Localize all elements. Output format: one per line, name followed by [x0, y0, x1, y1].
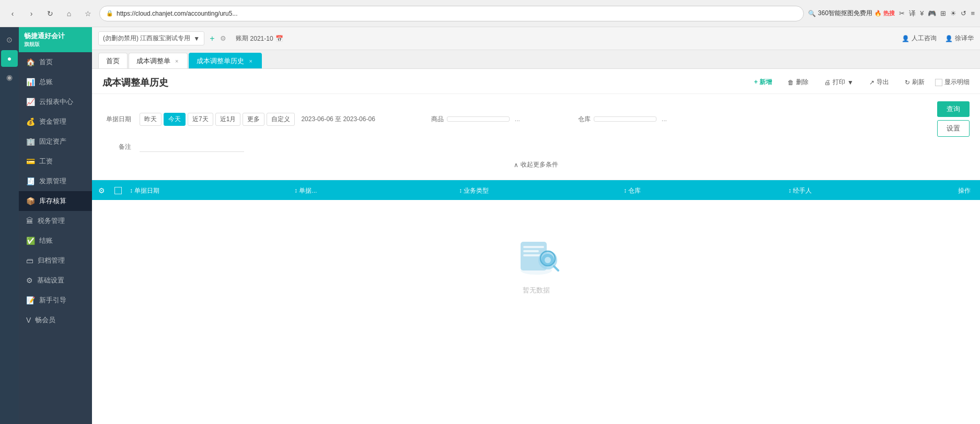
date-btn-yesterday[interactable]: 昨天 — [140, 113, 162, 126]
sidebar-item-closing[interactable]: ✅ 结账 — [19, 231, 92, 251]
th-warehouse[interactable]: ↕ 仓库 — [619, 186, 784, 195]
th-date[interactable]: ↕ 单据日期 — [125, 186, 290, 195]
address-url: https://cloud.chanjet.com/accounting/uru… — [117, 10, 237, 17]
undo-icon: ↺ — [961, 9, 966, 17]
refresh-button[interactable]: ↻ 刷新 — [900, 75, 930, 89]
table-container: ⚙ ↕ 单据日期 ↕ 单据... ↕ 业务类型 ↕ 仓库 — [92, 180, 980, 326]
date-btn-custom[interactable]: 自定义 — [267, 113, 295, 126]
assets-icon: 🏢 — [26, 137, 35, 146]
main-content: (勿删勿禁用) 江西服宝测试专用 ▼ + ⚙ 账期 2021-10 📅 👤 人工… — [92, 27, 980, 424]
sidebar-label-guide: 新手引导 — [39, 296, 66, 305]
home-icon: 🏠 — [26, 58, 35, 66]
sidebar-item-settings[interactable]: ⚙ 基础设置 — [19, 270, 92, 290]
export-button[interactable]: ↗ 导出 — [864, 75, 894, 89]
th-docno-label: ↕ 单据... — [294, 186, 317, 195]
scissors-icon: ✂ — [899, 9, 905, 17]
svg-line-8 — [554, 266, 558, 270]
tab-cost-adjustment-close[interactable]: × — [174, 57, 180, 65]
delete-button[interactable]: 🗑 删除 — [782, 75, 814, 89]
sidebar-label-tax: 税务管理 — [38, 216, 65, 226]
reports-icon: 📈 — [26, 98, 35, 106]
date-btn-today[interactable]: 今天 — [164, 113, 186, 126]
date-range: 2023-06-06 至 2023-06-06 — [301, 115, 375, 124]
empty-state: 暂无数据 — [92, 200, 980, 326]
th-business-type[interactable]: ↕ 业务类型 — [455, 186, 619, 195]
forward-button[interactable]: › — [24, 6, 39, 21]
select-all-checkbox[interactable] — [114, 187, 122, 194]
collapse-arrow-icon: ∧ — [514, 161, 518, 169]
guide-icon: 📝 — [26, 296, 35, 304]
period-label: 账期 — [236, 34, 248, 43]
search-icon: 🔍 — [808, 10, 816, 17]
user-profile-button[interactable]: 👤 徐译华 — [945, 34, 974, 43]
delete-label: 删除 — [796, 78, 809, 87]
tab-home[interactable]: 首页 — [98, 53, 128, 68]
svg-rect-4 — [523, 254, 541, 256]
sidebar-item-funds[interactable]: 💰 资金管理 — [19, 112, 92, 132]
sidebar-item-tax[interactable]: 🏛 税务管理 — [19, 211, 92, 231]
new-button[interactable]: + 新增 — [749, 75, 777, 89]
company-selector[interactable]: (勿删勿禁用) 江西服宝测试专用 ▼ — [98, 31, 204, 45]
top-bar-right: 👤 人工咨询 👤 徐译华 — [902, 34, 974, 43]
sidebar-item-invoice[interactable]: 🧾 发票管理 — [19, 171, 92, 191]
query-settings-area: 查询 设置 — [937, 101, 970, 137]
company-dropdown-icon: ▼ — [193, 35, 200, 42]
goods-select[interactable] — [447, 116, 510, 122]
translate-icon: 译 — [909, 9, 916, 18]
tab-cost-adjustment[interactable]: 成本调整单 × — [129, 53, 188, 68]
sidebar-item-home[interactable]: 🏠 首页 — [19, 52, 92, 72]
query-button[interactable]: 查询 — [937, 101, 970, 117]
sidebar-item-salary[interactable]: 💳 工资 — [19, 151, 92, 171]
warehouse-ellipsis[interactable]: ... — [660, 115, 669, 123]
back-button[interactable]: ‹ — [5, 6, 20, 21]
date-buttons: 昨天 今天 近7天 近1月 更多 自定义 2023-06-06 至 2023-0… — [140, 113, 375, 126]
show-cols-checkbox[interactable] — [935, 79, 942, 86]
goods-filter-group: 商品 ... — [415, 115, 522, 124]
date-btn-1month[interactable]: 近1月 — [215, 113, 241, 126]
iconbar-item3[interactable]: ◉ — [1, 69, 18, 86]
sidebar-item-archive[interactable]: 🗃 归档管理 — [19, 251, 92, 270]
goods-ellipsis[interactable]: ... — [513, 115, 522, 123]
print-button[interactable]: 🖨 打印 ▼ — [819, 75, 859, 89]
calendar-icon[interactable]: 📅 — [275, 35, 283, 42]
salary-icon: 💳 — [26, 157, 35, 166]
filter-settings-button[interactable]: 设置 — [937, 120, 970, 137]
collapse-button[interactable]: ∧ 收起更多条件 — [102, 157, 970, 172]
warehouse-select[interactable] — [594, 116, 656, 122]
tab-cost-history-close[interactable]: × — [247, 57, 253, 65]
sidebar-item-ledger[interactable]: 📊 总账 — [19, 72, 92, 92]
bookmark-button[interactable]: ☆ — [80, 6, 95, 21]
show-cols-option[interactable]: 显示明细 — [935, 78, 970, 87]
settings-gear-icon[interactable]: ⚙ — [220, 34, 226, 42]
note-input[interactable] — [140, 142, 244, 152]
ledger-icon: 📊 — [26, 78, 35, 86]
sidebar-item-inventory[interactable]: 📦 库存核算 — [19, 191, 92, 211]
print-icon: 🖨 — [824, 79, 831, 86]
iconbar-home[interactable]: ⊙ — [1, 31, 18, 48]
date-btn-7days[interactable]: 近7天 — [188, 113, 213, 126]
home-button[interactable]: ⌂ — [62, 6, 76, 21]
th-operator[interactable]: ↕ 经手人 — [784, 186, 949, 195]
add-company-button[interactable]: + — [210, 34, 214, 43]
page-title: 成本调整单历史 — [102, 76, 168, 89]
table-select-all[interactable] — [111, 187, 125, 194]
archive-icon: 🗃 — [26, 256, 33, 265]
tab-cost-history[interactable]: 成本调整单历史 × — [189, 53, 261, 68]
th-doc-no[interactable]: ↕ 单据... — [290, 186, 455, 195]
sidebar-item-guide[interactable]: 📝 新手引导 — [19, 290, 92, 310]
delete-icon: 🗑 — [788, 79, 794, 86]
address-bar[interactable]: 🔒 https://cloud.chanjet.com/accounting/u… — [99, 6, 804, 21]
user-avatar-icon: 👤 — [945, 35, 953, 42]
reload-button[interactable]: ↻ — [43, 6, 57, 21]
date-btn-more[interactable]: 更多 — [243, 113, 264, 126]
sidebar-item-membership[interactable]: V 畅会员 — [19, 310, 92, 330]
empty-state-icon — [510, 231, 562, 278]
sidebar-item-reports[interactable]: 📈 云报表中心 — [19, 92, 92, 112]
search-area[interactable]: 🔍 360智能抠图免费用 🔥 热搜 — [808, 9, 895, 18]
iconbar-active[interactable]: ● — [1, 50, 18, 67]
search-text: 360智能抠图免费用 — [818, 9, 872, 18]
sidebar-item-assets[interactable]: 🏢 固定资产 — [19, 132, 92, 151]
customer-service-button[interactable]: 👤 人工咨询 — [902, 34, 937, 43]
table-settings-icon[interactable]: ⚙ — [92, 186, 111, 195]
sidebar-label-assets: 固定资产 — [39, 137, 66, 146]
